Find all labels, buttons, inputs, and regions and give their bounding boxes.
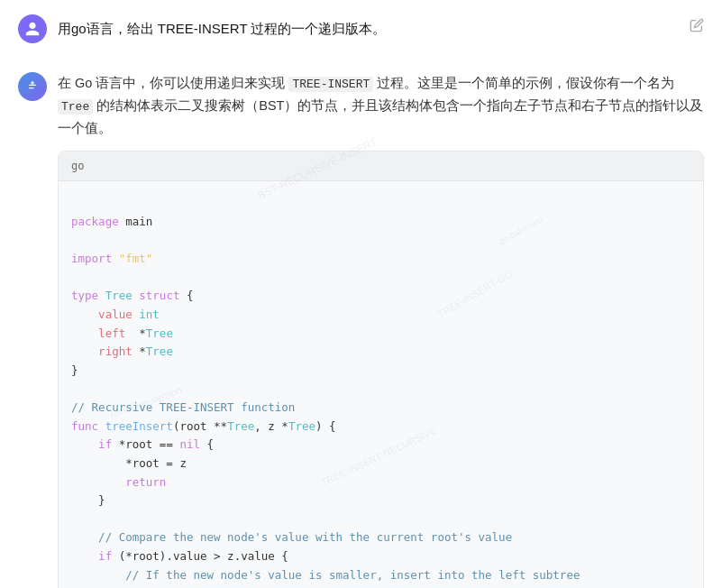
- ai-intro: 在 Go 语言中，你可以使用递归来实现 TREE-INSERT 过程。这里是一个…: [58, 72, 704, 140]
- page-container: 用go语言，给出 TREE-INSERT 过程的一个递归版本。: [0, 0, 722, 588]
- svg-point-0: [25, 79, 41, 95]
- svg-point-1: [31, 81, 33, 84]
- ai-avatar: [18, 72, 47, 101]
- user-avatar: [18, 14, 47, 43]
- code-block: go package main import "fmt" type Tree s…: [58, 151, 704, 588]
- ai-content: 在 Go 语言中，你可以使用递归来实现 TREE-INSERT 过程。这里是一个…: [58, 72, 704, 588]
- user-message: 用go语言，给出 TREE-INSERT 过程的一个递归版本。: [0, 0, 722, 58]
- ai-message: 在 Go 语言中，你可以使用递归来实现 TREE-INSERT 过程。这里是一个…: [0, 58, 722, 588]
- user-message-text: 用go语言，给出 TREE-INSERT 过程的一个递归版本。: [58, 14, 679, 40]
- edit-icon[interactable]: [690, 14, 704, 36]
- code-body: package main import "fmt" type Tree stru…: [59, 181, 703, 588]
- code-lang-bar: go: [59, 152, 703, 181]
